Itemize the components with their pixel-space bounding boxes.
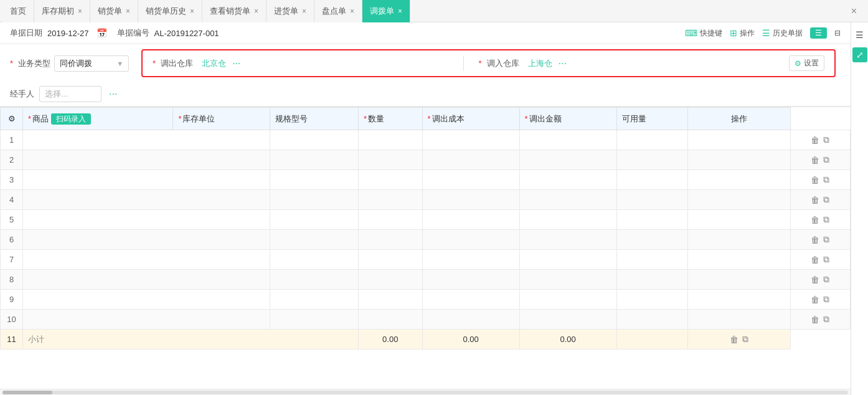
copy-icon-1[interactable]: ⧉ xyxy=(823,135,829,145)
amount-cell-3[interactable] xyxy=(616,170,688,190)
tab-view-sales-close[interactable]: × xyxy=(254,7,258,16)
cost-cell-6[interactable] xyxy=(519,230,616,250)
cost-cell-3[interactable] xyxy=(519,170,616,190)
amount-cell-6[interactable] xyxy=(616,230,688,250)
transfer-out-more[interactable]: ··· xyxy=(232,58,240,69)
sidebar-expand-icon[interactable]: ⤢ xyxy=(852,47,867,62)
tab-transfer-close[interactable]: × xyxy=(398,7,402,16)
calendar-icon[interactable]: 📅 xyxy=(97,28,107,38)
amount-cell-5[interactable] xyxy=(616,210,688,230)
copy-icon-11[interactable]: ⧉ xyxy=(742,334,748,345)
product-cell-3[interactable] xyxy=(23,170,270,190)
spec-cell-3[interactable] xyxy=(358,170,422,190)
cost-cell-7[interactable] xyxy=(519,250,616,270)
copy-icon-9[interactable]: ⧉ xyxy=(823,294,829,305)
cost-cell-4[interactable] xyxy=(519,190,616,210)
cost-cell-8[interactable] xyxy=(519,270,616,290)
spec-cell-1[interactable] xyxy=(358,130,422,150)
unit-cell-6[interactable] xyxy=(270,230,359,250)
tab-inventory-init[interactable]: 库存期初 × xyxy=(34,0,90,22)
tab-inventory-init-close[interactable]: × xyxy=(78,7,82,16)
unit-cell-10[interactable] xyxy=(270,310,359,330)
tab-sales-order-close[interactable]: × xyxy=(126,7,130,16)
unit-cell-3[interactable] xyxy=(270,170,359,190)
delete-icon-11[interactable]: 🗑 xyxy=(730,335,738,345)
tab-transfer[interactable]: 调拨单 × xyxy=(362,0,410,22)
copy-icon-5[interactable]: ⧉ xyxy=(823,214,829,225)
cost-cell-5[interactable] xyxy=(519,210,616,230)
delete-icon-6[interactable]: 🗑 xyxy=(811,235,819,245)
layout-btn2[interactable]: ⊟ xyxy=(834,29,841,37)
cost-cell-10[interactable] xyxy=(519,310,616,330)
tab-sales-history-close[interactable]: × xyxy=(190,7,194,16)
unit-cell-1[interactable] xyxy=(270,130,359,150)
layout-btn1[interactable]: ☰ xyxy=(810,27,827,39)
history-button[interactable]: ☰ 历史单据 xyxy=(762,28,803,39)
copy-icon-4[interactable]: ⧉ xyxy=(823,194,829,205)
scan-button[interactable]: 扫码录入 xyxy=(51,113,91,125)
spec-cell-7[interactable] xyxy=(358,250,422,270)
tab-purchase[interactable]: 进货单 × xyxy=(267,0,314,22)
cost-cell-1[interactable] xyxy=(519,130,616,150)
qty-cell-1[interactable] xyxy=(422,130,519,150)
spec-cell-9[interactable] xyxy=(358,290,422,310)
unit-cell-8[interactable] xyxy=(270,270,359,290)
settings-button[interactable]: ⚙ 设置 xyxy=(789,55,824,71)
spec-cell-10[interactable] xyxy=(358,310,422,330)
qty-cell-2[interactable] xyxy=(422,150,519,170)
copy-icon-2[interactable]: ⧉ xyxy=(823,155,829,165)
tab-sales-history[interactable]: 销货单历史 × xyxy=(138,0,202,22)
product-cell-9[interactable] xyxy=(23,290,270,310)
amount-cell-9[interactable] xyxy=(616,290,688,310)
qty-cell-3[interactable] xyxy=(422,170,519,190)
copy-icon-7[interactable]: ⧉ xyxy=(823,254,829,265)
unit-cell-4[interactable] xyxy=(270,190,359,210)
product-cell-5[interactable] xyxy=(23,210,270,230)
unit-cell-2[interactable] xyxy=(270,150,359,170)
col-gear[interactable]: ⚙ xyxy=(1,108,23,130)
copy-icon-3[interactable]: ⧉ xyxy=(823,174,829,185)
shortcuts-button[interactable]: ⌨ 快捷键 xyxy=(685,28,722,39)
delete-icon-9[interactable]: 🗑 xyxy=(811,295,819,305)
amount-cell-8[interactable] xyxy=(616,270,688,290)
business-type-select[interactable]: 同价调拨 ▼ xyxy=(54,55,129,72)
tab-view-sales[interactable]: 查看销货单 × xyxy=(202,0,267,22)
qty-cell-7[interactable] xyxy=(422,250,519,270)
spec-cell-6[interactable] xyxy=(358,230,422,250)
product-cell-4[interactable] xyxy=(23,190,270,210)
amount-cell-4[interactable] xyxy=(616,190,688,210)
qty-cell-8[interactable] xyxy=(422,270,519,290)
scroll-bar-wrap[interactable] xyxy=(0,389,851,395)
handler-select[interactable]: 选择... xyxy=(39,86,101,102)
qty-cell-9[interactable] xyxy=(422,290,519,310)
cost-cell-9[interactable] xyxy=(519,290,616,310)
amount-cell-1[interactable] xyxy=(616,130,688,150)
spec-cell-2[interactable] xyxy=(358,150,422,170)
tab-sales-order[interactable]: 销货单 × xyxy=(90,0,138,22)
horizontal-scrollbar[interactable] xyxy=(2,391,848,394)
delete-icon-3[interactable]: 🗑 xyxy=(811,175,819,185)
delete-icon-1[interactable]: 🗑 xyxy=(811,135,819,145)
delete-icon-8[interactable]: 🗑 xyxy=(811,275,819,285)
window-close-button[interactable]: × xyxy=(846,6,862,17)
spec-cell-4[interactable] xyxy=(358,190,422,210)
sidebar-list-icon[interactable]: ☰ xyxy=(852,27,867,42)
cost-cell-2[interactable] xyxy=(519,150,616,170)
spec-cell-8[interactable] xyxy=(358,270,422,290)
amount-cell-2[interactable] xyxy=(616,150,688,170)
qty-cell-10[interactable] xyxy=(422,310,519,330)
delete-icon-10[interactable]: 🗑 xyxy=(811,315,819,325)
copy-icon-10[interactable]: ⧉ xyxy=(823,314,829,325)
product-cell-10[interactable] xyxy=(23,310,270,330)
transfer-in-more[interactable]: ··· xyxy=(559,58,567,69)
amount-cell-7[interactable] xyxy=(616,250,688,270)
qty-cell-5[interactable] xyxy=(422,210,519,230)
product-cell-2[interactable] xyxy=(23,150,270,170)
scroll-thumb[interactable] xyxy=(2,391,52,394)
qty-cell-4[interactable] xyxy=(422,190,519,210)
spec-cell-5[interactable] xyxy=(358,210,422,230)
copy-icon-8[interactable]: ⧉ xyxy=(823,274,829,285)
tab-purchase-close[interactable]: × xyxy=(302,7,306,16)
delete-icon-2[interactable]: 🗑 xyxy=(811,155,819,165)
tab-inventory-check-close[interactable]: × xyxy=(350,7,354,16)
